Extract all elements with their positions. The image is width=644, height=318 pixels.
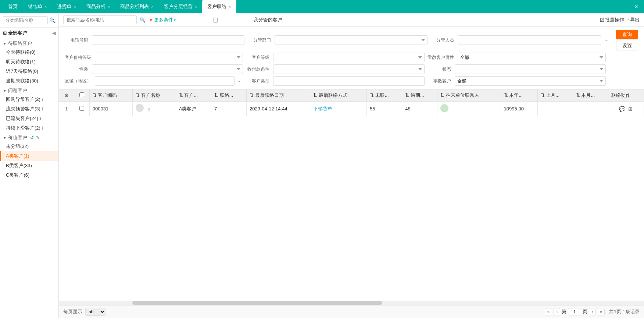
nav-sales[interactable]: 销售单 × — [23, 0, 52, 13]
th-gear[interactable]: ⚙ — [59, 89, 74, 102]
th-overdue[interactable]: ⇅ 逾期... — [402, 89, 437, 102]
last-method-link[interactable]: 下销货单 — [313, 106, 332, 112]
sidebar-body: ⊞ 全部客户 ◀ ▼ 待联络客户 今天待联络(0) 明天待联络(1) 近7天待联… — [0, 28, 58, 318]
nav-product-analysis-list[interactable]: 商品分析列表 × — [115, 0, 158, 13]
close-customer-contact-tab[interactable]: × — [229, 4, 231, 9]
filter-price-level-select[interactable] — [95, 53, 243, 62]
filter-region-more-btn[interactable]: ··· — [236, 78, 243, 84]
close-purchase-tab[interactable]: × — [74, 4, 76, 9]
last-page-button[interactable]: » — [597, 308, 605, 315]
row-uncontacted: 55 — [367, 102, 402, 116]
filter-retail-customer-select[interactable]: 全部 — [455, 76, 606, 86]
th-last-method[interactable]: ⇅ 最后联络方式 — [310, 89, 367, 102]
export-button[interactable]: ↑ 导出 — [627, 17, 640, 23]
th-type[interactable]: ⇅ 客户... — [176, 89, 211, 102]
close-customer-tier-tab[interactable]: × — [195, 4, 197, 9]
row-last-date: 2023-04-12 14:44: — [247, 102, 310, 116]
sidebar-item-7days[interactable]: 近7天待联络(0) — [0, 67, 58, 76]
more-filter-button[interactable]: ▼ 更多条件 ▾ — [149, 17, 176, 23]
section-value-customers[interactable]: ▼ 价值客户 ↺ ✎ — [0, 133, 58, 142]
nav-home[interactable]: 首页 — [3, 0, 23, 13]
sidebar-search-input[interactable] — [3, 16, 48, 24]
edit-value-icon[interactable]: ✎ — [36, 135, 40, 140]
batch-operation-button[interactable]: ☑ 批量操作 — [600, 17, 624, 23]
contact-chat-icon[interactable]: 💬 — [619, 106, 625, 112]
sidebar-search-area: 🔍 — [0, 13, 58, 28]
my-customer-checkbox[interactable] — [179, 18, 252, 22]
section-pending-contact[interactable]: ▼ 待联络客户 — [0, 39, 58, 47]
sidebar-item-overdue[interactable]: 逾期未联络(30) — [0, 76, 58, 86]
filter-payment-select[interactable] — [273, 64, 424, 74]
sidebar-item-ungrouped[interactable]: 未分组(32) — [0, 142, 58, 151]
select-all-checkbox[interactable] — [79, 92, 84, 97]
table-header-row: ⚙ ⇅ 客户编码 ⇅ 客户名称 ⇅ 客户... ⇅ 联络... ⇅ 最后联络日期… — [59, 89, 644, 102]
section-problem-customers[interactable]: ▼ 问题客户 — [0, 86, 58, 95]
filter-status-select[interactable] — [455, 64, 606, 74]
info-icon-lost: ℹ — [40, 116, 41, 121]
sidebar-item-tomorrow[interactable]: 明天待联络(1) — [0, 57, 58, 67]
th-last-month[interactable]: ⇅ 上月... — [537, 89, 573, 102]
all-customers-header[interactable]: ⊞ 全部客户 ◀ — [0, 28, 58, 39]
per-page-label: 每页显示 — [63, 308, 82, 315]
sidebar-item-today[interactable]: 今天待联络(0) — [0, 47, 58, 57]
close-sales-tab[interactable]: × — [44, 4, 47, 9]
row-contact-count: 7 — [211, 102, 246, 116]
sidebar-item-class-b[interactable]: B类客户(33) — [0, 161, 58, 170]
close-product-list-tab[interactable]: × — [151, 4, 153, 9]
th-checkbox[interactable] — [74, 89, 89, 102]
contact-qr-icon[interactable]: ⊞ — [628, 106, 633, 112]
th-code[interactable]: ⇅ 客户编码 — [89, 89, 132, 102]
nav-customer-tier[interactable]: 客户分层经营 × — [159, 0, 202, 13]
filter-nature-select[interactable] — [92, 64, 243, 74]
nav-product-analysis[interactable]: 商品分析 × — [81, 0, 115, 13]
nav-purchase[interactable]: 进货单 × — [52, 0, 81, 13]
page-end-label: 页 — [583, 308, 587, 315]
filter-retail-attr: 零散客户属性 全部 — [427, 53, 609, 62]
filter-icon: ▼ — [149, 17, 153, 23]
close-all-button[interactable]: × — [631, 3, 641, 11]
close-product-analysis-tab[interactable]: × — [108, 4, 110, 9]
sidebar-item-churn-warning[interactable]: 流失预警客户(3) ℹ — [0, 104, 58, 114]
all-customers-label: 全部客户 — [8, 30, 27, 36]
sidebar-item-class-a[interactable]: A类客户(1) — [0, 151, 58, 161]
sidebar-item-abnormal-repurchase[interactable]: 回购异常客户(2) ℹ — [0, 95, 58, 104]
filter-person-more-btn[interactable]: ··· — [603, 37, 610, 43]
filter-person-input[interactable] — [458, 35, 602, 45]
th-uncontacted[interactable]: ⇅ 未联... — [367, 89, 402, 102]
sidebar-search-icon[interactable]: 🔍 — [49, 17, 56, 23]
refresh-value-icon[interactable]: ↺ — [30, 135, 34, 140]
row-checkbox-cell[interactable] — [74, 102, 89, 116]
th-this-month[interactable]: ⇅ 本月... — [573, 89, 608, 102]
next-page-button[interactable]: › — [589, 308, 595, 315]
th-contact[interactable]: ⇅ 联络... — [211, 89, 246, 102]
page-input[interactable] — [568, 308, 581, 315]
scrollbar-thumb[interactable] — [132, 301, 382, 305]
row-last-method[interactable]: 下销货单 — [310, 102, 367, 116]
row-checkbox[interactable] — [79, 106, 84, 111]
horizontal-scrollbar[interactable] — [59, 301, 644, 305]
th-this-year[interactable]: ⇅ 本年... — [501, 89, 537, 102]
th-person[interactable]: ⇅ 往来单位联系人 — [437, 89, 501, 102]
query-button[interactable]: 查询 — [616, 30, 638, 39]
sidebar-item-declining[interactable]: 持续下滑客户(2) ℹ — [0, 123, 58, 133]
filter-phone-input[interactable] — [92, 35, 244, 45]
filter-retail-attr-select[interactable]: 全部 — [458, 53, 606, 62]
sidebar-item-lost-customers[interactable]: 已流失客户(24) ℹ — [0, 114, 58, 123]
nav-customer-contact[interactable]: 客户联络 × — [202, 0, 236, 13]
settings-button[interactable]: 设置 — [616, 41, 638, 50]
search-input[interactable] — [63, 15, 137, 24]
sidebar-item-class-c[interactable]: C类客户(6) — [0, 170, 58, 180]
filter-customer-type-input[interactable] — [273, 76, 424, 86]
my-customer-checkbox-label[interactable]: 我分管的客户 — [179, 17, 282, 23]
filter-dept-select[interactable] — [275, 35, 427, 45]
prev-page-button[interactable]: ‹ — [554, 308, 560, 315]
collapse-sidebar-icon[interactable]: ◀ — [52, 31, 56, 36]
filter-customer-level-select[interactable] — [273, 53, 424, 62]
filter-search-icon[interactable]: 🔍 — [140, 17, 146, 23]
th-last-date[interactable]: ⇅ 最后联络日期 — [247, 89, 310, 102]
th-name[interactable]: ⇅ 客户名称 — [133, 89, 176, 102]
per-page-select[interactable]: 50 — [85, 308, 105, 316]
first-page-button[interactable]: « — [545, 308, 552, 315]
filter-region-input[interactable] — [95, 76, 235, 86]
filter-person-label: 分管人员 — [430, 37, 456, 43]
